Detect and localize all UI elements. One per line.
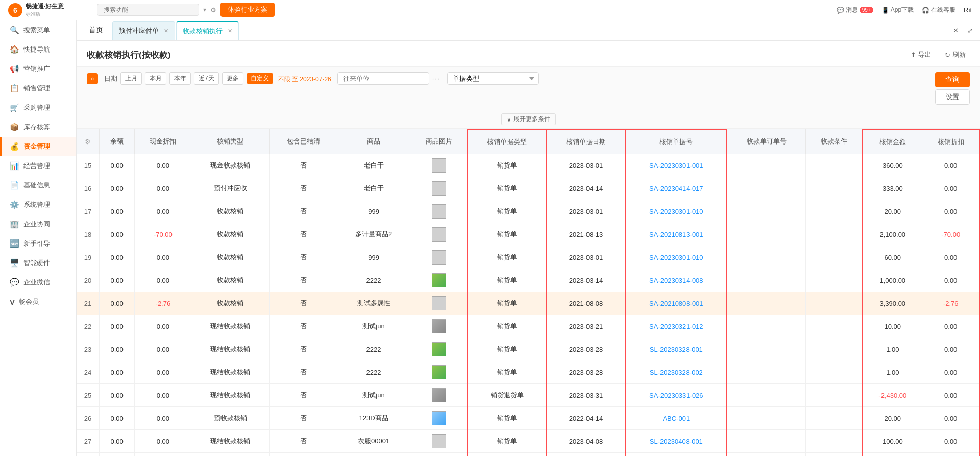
sidebar-item-basic[interactable]: 📄 基础信息: [0, 176, 76, 195]
cell-goods-img: [410, 177, 468, 200]
sidebar-item-system[interactable]: ⚙️ 系统管理: [0, 195, 76, 214]
refresh-btn[interactable]: ↻ 刷新: [941, 48, 970, 61]
cell-verify-no[interactable]: SL-20230328-001: [625, 338, 727, 361]
cell-receipt-order-no: [727, 407, 805, 430]
sidebar-item-search-menu[interactable]: 🔍 搜索菜单: [0, 20, 76, 40]
top-search-input[interactable]: [97, 4, 199, 16]
export-btn[interactable]: ⬆ 导出: [906, 48, 936, 61]
th-goods-img: 商品图片: [410, 129, 468, 154]
dropdown-arrow[interactable]: ▾: [203, 6, 206, 13]
online-service-btn[interactable]: 🎧 在线客服: [922, 6, 955, 14]
cell-include-settled: 否: [270, 338, 337, 361]
verify-no-link[interactable]: SL-20230328-002: [650, 369, 703, 376]
cell-seq: 23: [77, 338, 100, 361]
cell-verify-bill-type: 销货单: [468, 246, 547, 269]
cell-goods-img: [410, 338, 468, 361]
verify-no-link[interactable]: SA-20210813-001: [649, 231, 703, 238]
query-settings-group: 查询 设置: [935, 72, 970, 105]
tab-prepay-close[interactable]: ✕: [164, 28, 168, 34]
date-last-month-btn[interactable]: 上月: [120, 72, 142, 85]
verify-no-link[interactable]: SL-20230328-001: [650, 346, 703, 353]
cell-verify-no[interactable]: SA-20230314-008: [625, 269, 727, 292]
sidebar-item-corp[interactable]: 🏢 企业协同: [0, 214, 76, 234]
sidebar-item-sales[interactable]: 📋 销售管理: [0, 79, 76, 98]
verify-no-link[interactable]: SA-20230414-017: [649, 185, 703, 193]
cell-verify-amount: 100.00: [863, 453, 922, 457]
cell-seq: 21: [77, 292, 100, 315]
tab-receipt-verify-close[interactable]: ✕: [228, 28, 232, 34]
cell-verify-no[interactable]: SA-20230331-026: [625, 384, 727, 407]
verify-no-link[interactable]: SA-20230314-008: [649, 277, 703, 284]
cell-verify-no[interactable]: SA-20230321-012: [625, 315, 727, 338]
sidebar: 🔍 搜索菜单 🏠 快捷导航 📢 营销推广 📋 销售管理 🛒 采购管理 📦 库存核…: [0, 20, 77, 456]
cell-verify-no[interactable]: ABC-001: [625, 407, 727, 430]
tab-close-btn[interactable]: ✕: [949, 25, 962, 37]
cell-seq: 20: [77, 269, 100, 292]
sidebar-item-hardware[interactable]: 🖥️ 智能硬件: [0, 253, 76, 273]
verify-no-link[interactable]: SA-20230301-010: [649, 254, 703, 261]
settings-btn[interactable]: 设置: [935, 89, 970, 105]
verify-no-link[interactable]: SL-20230408-001: [650, 438, 703, 445]
cell-verify-type: 现结收款核销: [191, 384, 270, 407]
cell-verify-no[interactable]: SL-20230418-001: [625, 453, 727, 457]
verify-no-link[interactable]: ABC-001: [663, 415, 690, 422]
bill-type-select[interactable]: 单据类型: [447, 72, 539, 85]
sidebar-item-operations[interactable]: 📊 经营管理: [0, 156, 76, 176]
tab-prepay[interactable]: 预付冲应付单 ✕: [112, 21, 175, 40]
th-settings[interactable]: ⚙: [77, 129, 100, 154]
verify-no-link[interactable]: SA-20230331-026: [649, 392, 703, 399]
cell-verify-bill-type: 销货单: [468, 453, 547, 457]
cell-verify-no[interactable]: SA-20210813-001: [625, 223, 727, 246]
sidebar-item-guide[interactable]: 🆕 新手引导: [0, 234, 76, 253]
cell-verify-no[interactable]: SA-20230414-017: [625, 177, 727, 200]
tab-bar: 首页 预付冲应付单 ✕ 收款核销执行 ✕ ✕ ⤢: [77, 20, 980, 41]
date-range-display: 不限 至 2023-07-26: [278, 75, 331, 84]
message-btn[interactable]: 💬 消息 99+: [837, 6, 873, 14]
cell-seq: 25: [77, 384, 100, 407]
chevron-down-icon: ∨: [507, 116, 511, 123]
sidebar-item-purchase[interactable]: 🛒 采购管理: [0, 98, 76, 117]
tab-home[interactable]: 首页: [81, 20, 111, 41]
filter-toggle-btn[interactable]: »: [87, 73, 98, 84]
cell-verify-no[interactable]: SL-20230408-001: [625, 430, 727, 453]
sidebar-item-quick-nav[interactable]: 🏠 快捷导航: [0, 40, 76, 59]
tab-receipt-verify[interactable]: 收款核销执行 ✕: [176, 21, 239, 40]
cell-balance: 0.00: [100, 223, 135, 246]
verify-no-link[interactable]: SA-20210808-001: [649, 300, 703, 307]
cell-verify-no[interactable]: SA-20210808-001: [625, 292, 727, 315]
partner-input[interactable]: [337, 72, 429, 85]
sidebar-item-finance[interactable]: 💰 资金管理: [0, 137, 76, 156]
sidebar-item-member[interactable]: V 畅会员: [0, 292, 76, 311]
sidebar-item-inventory[interactable]: 📦 库存核算: [0, 117, 76, 137]
clipboard-icon: 📋: [10, 84, 19, 93]
sidebar-item-marketing[interactable]: 📢 营销推广: [0, 59, 76, 79]
verify-no-link[interactable]: SA-20230321-012: [649, 323, 703, 330]
cell-verify-no[interactable]: SL-20230328-002: [625, 361, 727, 384]
date-this-month-btn[interactable]: 本月: [145, 72, 166, 85]
cell-goods: 999: [337, 246, 410, 269]
th-verify-amount: 核销金额: [863, 129, 922, 154]
query-btn[interactable]: 查询: [935, 72, 970, 87]
user-name[interactable]: Rit: [964, 6, 972, 14]
cell-verify-date: 2023-03-01: [547, 200, 626, 223]
date-more-btn[interactable]: 更多: [222, 72, 243, 85]
cell-verify-no[interactable]: SA-20230301-001: [625, 154, 727, 177]
sidebar-item-wechat[interactable]: 💬 企业微信: [0, 273, 76, 292]
settings-gear-icon[interactable]: ⚙: [210, 6, 216, 14]
wechat-icon: 💬: [10, 278, 19, 287]
th-cash-discount: 现金折扣: [135, 129, 191, 154]
verify-no-link[interactable]: SA-20230301-001: [649, 162, 703, 170]
date-this-year-btn[interactable]: 本年: [169, 72, 191, 85]
date-7days-btn[interactable]: 近7天: [194, 72, 219, 85]
cell-verify-no[interactable]: SA-20230301-010: [625, 200, 727, 223]
date-custom-btn[interactable]: 自定义: [247, 73, 273, 84]
industry-btn[interactable]: 体验行业方案: [220, 3, 275, 17]
tab-controls: ✕ ⤢: [949, 25, 976, 37]
column-settings-icon[interactable]: ⚙: [81, 134, 95, 149]
expand-more-btn[interactable]: ∨ 展开更多条件: [501, 113, 556, 125]
verify-no-link[interactable]: SA-20230301-010: [649, 208, 703, 215]
app-download-btn[interactable]: 📱 App下载: [881, 6, 914, 14]
cell-verify-no[interactable]: SA-20230301-010: [625, 246, 727, 269]
tab-expand-btn[interactable]: ⤢: [964, 25, 976, 37]
export-icon: ⬆: [911, 51, 916, 59]
